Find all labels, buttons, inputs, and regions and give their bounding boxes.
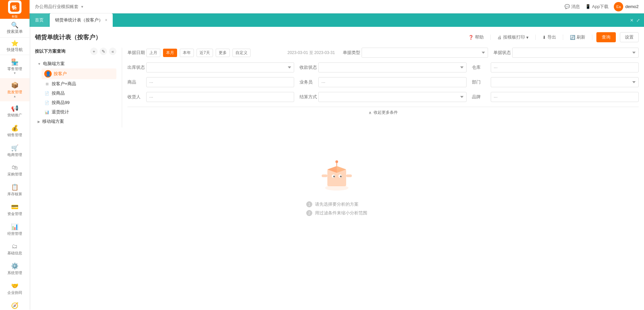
date-btn-custom[interactable]: 自定义 (232, 49, 251, 57)
tree-expand-icon: ▼ (38, 62, 41, 66)
scheme-item-customer-goods[interactable]: ⊞ 按客户+商品 (42, 79, 116, 89)
scheme-table2-icon: 📄 (44, 100, 50, 105)
quick-nav-item[interactable]: ⭐ 快捷导航 (0, 38, 30, 55)
filter-row-3: 商品 ··· 业务员 ··· 部门 (127, 77, 639, 87)
marketing-icon: 📢 (11, 105, 18, 112)
app-download-button[interactable]: 📱 App下载 (585, 4, 608, 10)
date-btn-more[interactable]: 更多 (216, 49, 230, 57)
tab-sales-stats[interactable]: 销货单统计表（按客户） × (50, 13, 113, 27)
logo-icon: 畅 (8, 0, 21, 14)
tip-num-1: 1 (306, 201, 312, 207)
date-btn-this-year[interactable]: 本年 (180, 49, 194, 57)
sidebar-item-basic[interactable]: 🗂 基础信息 (0, 240, 30, 259)
sidebar-item-ecommerce[interactable]: 🛒 电商管理 (0, 141, 30, 161)
tip-text-2: 用过滤条件来缩小分析范围 (315, 210, 367, 216)
sidebar-item-wholesale[interactable]: 📦 批发管理 ▲ (0, 78, 30, 101)
guide-icon: 🧭 (11, 302, 18, 309)
enterprise-icon: 🤝 (11, 282, 18, 290)
sidebar-item-finance[interactable]: 💳 资金管理 (0, 200, 30, 220)
brand-more-btn[interactable]: ··· (494, 94, 498, 100)
svg-text:畅: 畅 (12, 5, 16, 10)
sidebar-item-guide[interactable]: 🧭 新手引导 (0, 299, 30, 310)
svg-point-12 (335, 160, 338, 163)
tree-mobile-parent[interactable]: ▶ 移动端方案 (35, 117, 116, 126)
refresh-button[interactable]: 🔄 刷新 (567, 33, 588, 42)
message-icon: 💬 (565, 4, 570, 9)
collapse-label: 收起更多条件 (374, 110, 398, 115)
search-nav-item[interactable]: 🔍 搜索菜单 (0, 19, 30, 38)
tree-desktop-children: 👤 按客户 ⊞ 按客户+商品 📄 按商品 (35, 68, 116, 117)
filter-brand-field: 品牌 ··· (472, 92, 639, 102)
department-label: 部门 (472, 79, 491, 85)
purchase-icon: 🛍 (12, 164, 18, 171)
consignee-more-btn[interactable]: ··· (149, 94, 153, 100)
scheme-add-button[interactable]: + (90, 48, 98, 55)
warehouse-more-btn[interactable]: ··· (494, 65, 498, 70)
message-button[interactable]: 💬 消息 (565, 4, 580, 10)
tab-sales-stats-label: 销货单统计表（按客户） (55, 17, 103, 23)
query-button[interactable]: 查询 (596, 32, 616, 42)
goods-more-btn[interactable]: ··· (149, 80, 153, 85)
date-btn-7days[interactable]: 近7天 (197, 49, 213, 57)
scheme-item-by-goods[interactable]: 📄 按商品 (42, 89, 116, 98)
receipt-status-control (318, 62, 466, 72)
date-btn-this-month[interactable]: 本月 (163, 49, 177, 57)
scheme-collapse-button[interactable]: « (109, 48, 116, 55)
scheme-item-goods99[interactable]: 📄 按商品99 (42, 98, 116, 107)
filter-settlement-field: 结算方式 (300, 92, 466, 102)
sidebar-item-inventory[interactable]: 📋 库存核算 (0, 180, 30, 200)
tree-desktop-parent[interactable]: ▼ 电脑端方案 (35, 59, 116, 68)
header-dropdown-icon[interactable]: ▾ (81, 4, 83, 9)
filter-order-status-field: 单据状态 (493, 48, 639, 58)
help-button[interactable]: ❓ 帮助 (466, 33, 486, 42)
sidebar-item-purchase[interactable]: 🛍 采购管理 (0, 161, 30, 180)
salesman-more-btn[interactable]: ··· (321, 80, 325, 85)
scheme-by-goods-label: 按商品 (52, 90, 65, 96)
collapse-bar[interactable]: ∧ 收起更多条件 (127, 107, 639, 118)
sidebar-item-enterprise[interactable]: 🤝 企业协同 (0, 279, 30, 299)
basic-label: 基础信息 (7, 251, 22, 256)
scheme-item-returns[interactable]: 📊 退货统计 (42, 107, 116, 117)
sales-label: 销售管理 (7, 133, 22, 138)
goods-label: 商品 (127, 79, 146, 85)
sidebar-item-operations[interactable]: 📊 经营管理 (0, 220, 30, 240)
tab-close-icon[interactable]: × (105, 18, 107, 22)
export-button[interactable]: ⬇ 导出 (540, 33, 559, 42)
print-button[interactable]: 🖨 按模板打印 ▾ (495, 33, 531, 42)
user-profile[interactable]: Ea demo2 (614, 2, 639, 11)
order-status-select[interactable] (512, 48, 639, 58)
order-type-select[interactable] (362, 48, 488, 58)
scheme-grid-icon: ⊞ (44, 81, 50, 87)
maximize-window-icon[interactable]: ⤢ (636, 18, 640, 23)
close-window-icon[interactable]: ✕ (630, 18, 634, 23)
tab-home[interactable]: 首页 (30, 13, 49, 27)
scheme-item-by-customer[interactable]: 👤 按客户 (42, 68, 116, 79)
filter-goods-field: 商品 ··· (127, 77, 294, 87)
system-icon: ⚙️ (11, 262, 18, 270)
sidebar: 畅 标版 🔍 搜索菜单 ⭐ 快捷导航 🏪 零售管理 ▼ 📦 批发管理 ▲ 📢 营… (0, 0, 30, 310)
tip-text-1: 请先选择要分析的方案 (315, 201, 359, 207)
help-label: 帮助 (475, 34, 484, 40)
sidebar-item-system[interactable]: ⚙️ 系统管理 (0, 259, 30, 279)
scheme-edit-button[interactable]: ✎ (100, 48, 107, 55)
sidebar-item-retail[interactable]: 🏪 零售管理 ▼ (0, 55, 30, 78)
sidebar-item-marketing[interactable]: 📢 营销推广 (0, 101, 30, 121)
wholesale-icon: 📦 (11, 82, 18, 89)
sidebar-item-sales[interactable]: 💰 销售管理 (0, 121, 30, 141)
settlement-select[interactable] (318, 92, 466, 102)
refresh-icon: 🔄 (570, 35, 575, 40)
tree-mobile-expand-icon: ▶ (38, 120, 40, 123)
ecommerce-icon: 🛒 (11, 144, 18, 152)
settings-button[interactable]: 设置 (620, 32, 639, 42)
export-icon: ⬇ (542, 35, 546, 40)
scheme-by-customer-label: 按客户 (54, 71, 67, 77)
date-label: 单据日期 (127, 50, 146, 56)
receipt-status-select[interactable] (318, 62, 466, 72)
scheme-customer-goods-label: 按客户+商品 (52, 81, 76, 87)
out-status-select[interactable] (146, 62, 294, 72)
download-icon: 📱 (585, 4, 591, 9)
department-select[interactable] (491, 77, 639, 87)
date-btn-last-month[interactable]: 上月 (146, 49, 160, 57)
page-header: 销货单统计表（按客户） ❓ 帮助 🖨 按模板打印 ▾ ⬇ (35, 32, 639, 42)
app-logo: 畅 标版 (0, 0, 30, 19)
